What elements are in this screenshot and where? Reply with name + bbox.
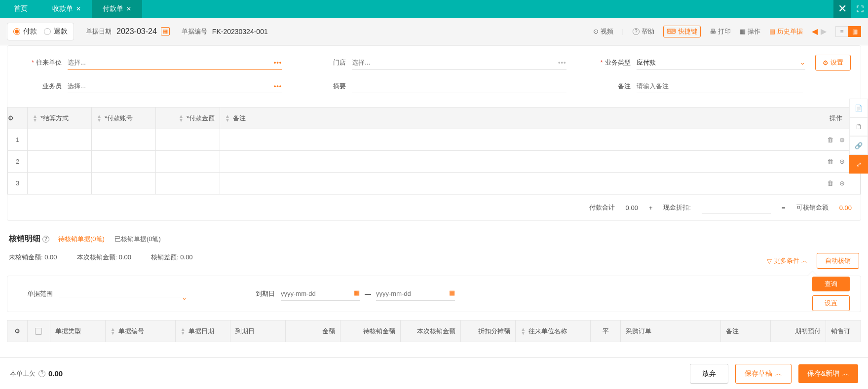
salesman-input[interactable]: [68, 82, 282, 90]
radio-refund[interactable]: 退款: [44, 27, 68, 36]
col-remark2[interactable]: 备注: [721, 320, 771, 342]
table-row[interactable]: 2 🗑⊕: [8, 151, 861, 173]
more-dots-icon[interactable]: •••: [274, 82, 282, 90]
col-this-writeoff[interactable]: 本次核销金额: [401, 320, 461, 342]
video-link[interactable]: ⊙视频: [593, 27, 613, 36]
select-all-header[interactable]: [27, 320, 50, 342]
store-input[interactable]: [352, 59, 566, 66]
cell-remark[interactable]: [220, 173, 811, 194]
radio-payment[interactable]: 付款: [13, 27, 37, 36]
abandon-button[interactable]: 放弃: [690, 364, 728, 384]
due-date-from-input[interactable]: [281, 290, 360, 297]
header-form: *往来单位 ••• 门店 ••• *业务类型: [7, 46, 861, 107]
col-initial-prepay[interactable]: 期初预付: [771, 320, 826, 342]
col-purchase-order[interactable]: 采购订单: [621, 320, 721, 342]
close-icon[interactable]: ✕: [76, 5, 81, 12]
radio-refund-label: 退款: [54, 27, 68, 36]
col-remark[interactable]: ▲▼备注: [220, 107, 811, 129]
col-pending-amount[interactable]: 待核销金额: [340, 320, 401, 342]
add-row-icon[interactable]: ⊕: [839, 179, 845, 187]
cell-account[interactable]: [92, 173, 156, 194]
cell-account[interactable]: [92, 151, 156, 173]
row-number: 1: [8, 129, 28, 151]
save-new-button[interactable]: 保存&新增 ︿: [798, 364, 858, 383]
filter-settings-button[interactable]: 设置: [812, 295, 850, 311]
dock-expand-icon[interactable]: ⤢: [849, 155, 868, 174]
table-row[interactable]: 1 🗑⊕: [8, 129, 861, 151]
cell-remark[interactable]: [220, 129, 811, 151]
dock-link-icon[interactable]: 🔗: [849, 136, 868, 155]
col-due-date[interactable]: 到期日: [230, 320, 286, 342]
shortcut-button[interactable]: ⌨快捷键: [663, 26, 701, 37]
auto-writeoff-button[interactable]: 自动核销: [817, 253, 859, 269]
cell-account[interactable]: [92, 129, 156, 151]
doc-date-value[interactable]: 2023-03-24: [116, 27, 157, 36]
calendar-icon[interactable]: ▦: [354, 289, 360, 296]
calendar-icon[interactable]: ▦: [161, 27, 170, 35]
fullscreen-icon[interactable]: [856, 5, 864, 13]
chevron-down-icon[interactable]: ⌄: [800, 59, 805, 66]
cell-settlement[interactable]: [28, 129, 92, 151]
tab-home[interactable]: 首页: [0, 0, 41, 18]
col-partner-name[interactable]: ▲▼往来单位名称: [516, 320, 591, 342]
cell-amount[interactable]: [156, 173, 220, 194]
cell-amount[interactable]: [156, 129, 220, 151]
due-date-to-input[interactable]: [376, 290, 455, 297]
partner-input[interactable]: [68, 59, 282, 66]
help-link[interactable]: ?帮助: [633, 27, 654, 36]
cell-remark[interactable]: [220, 151, 811, 173]
tab-payment[interactable]: 付款单 ✕: [92, 0, 142, 18]
next-doc-arrow-icon[interactable]: ▶: [821, 27, 827, 36]
close-all-button[interactable]: ✕: [833, 0, 851, 18]
cell-settlement[interactable]: [28, 151, 92, 173]
summary-input[interactable]: [352, 82, 566, 90]
col-payment-account[interactable]: ▲▼*付款账号: [92, 107, 156, 129]
add-row-icon[interactable]: ⊕: [839, 158, 845, 165]
calendar-icon[interactable]: ▦: [449, 289, 455, 296]
prev-doc-arrow-icon[interactable]: ◀: [812, 27, 818, 36]
more-dots-icon[interactable]: •••: [274, 59, 282, 66]
col-flat[interactable]: 平: [591, 320, 621, 342]
more-dots-icon[interactable]: •••: [558, 59, 566, 66]
delete-row-icon[interactable]: 🗑: [827, 179, 833, 187]
cash-discount-input[interactable]: [702, 202, 771, 213]
delete-row-icon[interactable]: 🗑: [827, 158, 833, 165]
dock-draft-icon[interactable]: 📄: [849, 99, 868, 117]
subtab-pending[interactable]: 待核销单据(0笔): [58, 235, 105, 244]
column-settings-header[interactable]: [8, 107, 28, 129]
close-icon[interactable]: ✕: [126, 5, 131, 12]
column-settings-header[interactable]: [7, 320, 28, 342]
subtab-done[interactable]: 已核销单据(0笔): [114, 235, 161, 244]
remark-input[interactable]: [637, 82, 803, 90]
col-doc-date[interactable]: ▲▼单据日期: [175, 320, 230, 342]
question-icon[interactable]: ?: [42, 236, 49, 243]
col-payment-amount[interactable]: ▲▼*付款金额: [156, 107, 220, 129]
col-doc-no[interactable]: ▲▼单据编号: [105, 320, 175, 342]
col-doc-type[interactable]: 单据类型: [50, 320, 106, 342]
biztype-select[interactable]: [637, 59, 805, 66]
add-row-icon[interactable]: ⊕: [839, 136, 845, 143]
delete-row-icon[interactable]: 🗑: [827, 136, 833, 143]
doc-range-select[interactable]: ⌄: [59, 291, 187, 297]
history-button[interactable]: ▤历史单据: [769, 27, 803, 36]
settings-button[interactable]: ⚙ 设置: [815, 55, 851, 71]
query-button[interactable]: 查询: [812, 277, 850, 291]
tab-payment-label: 付款单: [103, 4, 123, 13]
cell-settlement[interactable]: [28, 173, 92, 194]
table-row[interactable]: 3 🗑⊕: [8, 173, 861, 194]
question-icon[interactable]: ?: [38, 370, 45, 377]
col-settlement-method[interactable]: ▲▼*结算方式: [28, 107, 92, 129]
dock-note-icon[interactable]: 🗒: [849, 117, 868, 136]
tab-receipt[interactable]: 收款单 ✕: [41, 0, 92, 18]
col-amount[interactable]: 金额: [285, 320, 340, 342]
radio-dot-icon: [44, 28, 51, 35]
more-conditions-toggle[interactable]: ▽ 更多条件 ︿: [767, 256, 808, 265]
col-sales-order[interactable]: 销售订: [826, 320, 861, 342]
view-detail-button[interactable]: ▥: [848, 26, 861, 37]
print-button[interactable]: 🖶打印: [710, 27, 731, 36]
view-list-button[interactable]: ≡: [835, 26, 848, 37]
col-discount-alloc[interactable]: 折扣分摊额: [460, 320, 516, 342]
cell-amount[interactable]: [156, 151, 220, 173]
operate-menu[interactable]: ▦操作: [740, 27, 760, 36]
save-draft-button[interactable]: 保存草稿 ︿: [735, 364, 792, 384]
